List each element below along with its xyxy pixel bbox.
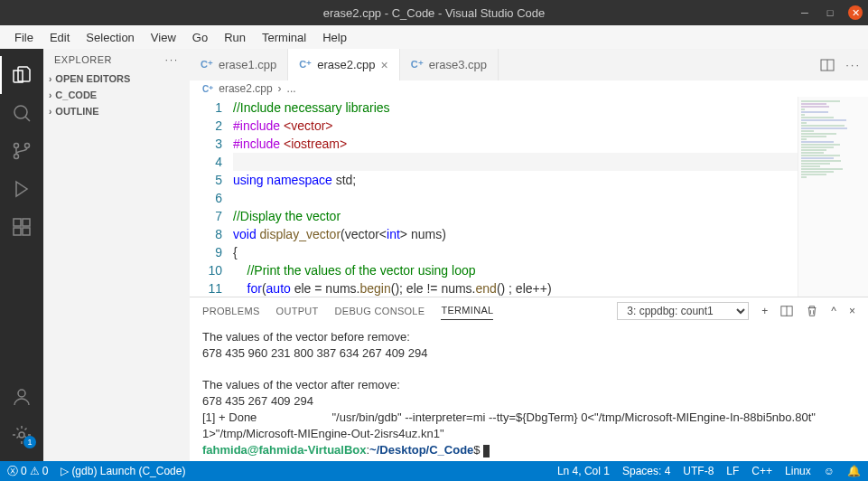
panel-tabbar: PROBLEMS OUTPUT DEBUG CONSOLE TERMINAL 3… <box>190 297 868 320</box>
terminal-prompt-path: ~/Desktop/C_Code <box>369 443 473 457</box>
panel-tab-problems[interactable]: PROBLEMS <box>202 302 260 320</box>
menu-view[interactable]: View <box>144 28 183 47</box>
split-terminal-icon[interactable] <box>780 305 793 317</box>
activity-bar: 1 <box>0 49 43 461</box>
new-terminal-icon[interactable]: + <box>761 305 768 317</box>
files-icon <box>11 64 33 86</box>
activity-accounts[interactable] <box>0 378 43 416</box>
extensions-icon <box>11 216 33 238</box>
sidebar-outline[interactable]: ›OUTLINE <box>43 103 190 119</box>
svg-rect-4 <box>14 219 21 226</box>
svg-point-8 <box>18 390 25 397</box>
terminal-output[interactable]: The values of the vector before remove: … <box>190 320 868 461</box>
activity-run-debug[interactable] <box>0 170 43 208</box>
more-icon[interactable]: ··· <box>165 54 179 65</box>
menu-run[interactable]: Run <box>217 28 253 47</box>
menu-selection[interactable]: Selection <box>79 28 141 47</box>
terminal-select[interactable]: 3: cppdbg: count1 <box>617 302 749 320</box>
panel-tab-output[interactable]: OUTPUT <box>276 302 319 320</box>
cpp-icon: C⁺ <box>411 59 424 71</box>
close-tab-icon[interactable]: × <box>381 58 388 72</box>
svg-point-9 <box>19 432 24 438</box>
activity-settings[interactable]: 1 <box>0 416 43 454</box>
activity-explorer[interactable] <box>0 56 43 94</box>
svg-point-0 <box>14 106 27 118</box>
svg-rect-7 <box>23 228 30 235</box>
bottom-panel: PROBLEMS OUTPUT DEBUG CONSOLE TERMINAL 3… <box>190 297 868 461</box>
status-errors[interactable]: ⓧ 0 ⚠ 0 <box>7 464 48 479</box>
kill-terminal-icon[interactable] <box>806 305 818 317</box>
minimize-icon[interactable]: ─ <box>798 5 812 20</box>
editor-area: C⁺erase1.cpp C⁺erase2.cpp× C⁺erase3.cpp … <box>190 49 868 461</box>
status-encoding[interactable]: UTF-8 <box>683 465 714 477</box>
chevron-right-icon: › <box>49 74 51 84</box>
search-icon <box>11 102 33 124</box>
activity-extensions[interactable] <box>0 208 43 246</box>
sidebar-open-editors[interactable]: ›OPEN EDITORS <box>43 71 190 87</box>
menu-file[interactable]: File <box>7 28 41 47</box>
settings-badge: 1 <box>23 436 36 448</box>
menu-edit[interactable]: Edit <box>42 28 77 47</box>
status-eol[interactable]: LF <box>726 465 739 477</box>
code-content[interactable]: //Include necessary libraries#include <v… <box>233 97 868 297</box>
activity-search[interactable] <box>0 94 43 132</box>
maximize-icon[interactable]: □ <box>823 5 837 20</box>
minimap[interactable] <box>798 97 868 297</box>
account-icon <box>11 386 33 408</box>
chevron-right-icon: › <box>49 107 51 117</box>
cpp-icon: C⁺ <box>202 84 213 94</box>
code-editor[interactable]: 1234567891011 //Include necessary librar… <box>190 97 868 297</box>
status-lang[interactable]: C++ <box>751 465 772 477</box>
svg-point-1 <box>14 144 19 148</box>
tab-erase1[interactable]: C⁺erase1.cpp <box>190 49 288 80</box>
tab-erase3[interactable]: C⁺erase3.cpp <box>400 49 499 80</box>
status-os[interactable]: Linux <box>785 465 811 477</box>
svg-rect-5 <box>23 219 30 226</box>
maximize-panel-icon[interactable]: ^ <box>831 305 836 317</box>
breadcrumb[interactable]: C⁺ erase2.cpp › ... <box>190 80 868 97</box>
tabbar: C⁺erase1.cpp C⁺erase2.cpp× C⁺erase3.cpp … <box>190 49 868 80</box>
menu-go[interactable]: Go <box>185 28 215 47</box>
activity-source-control[interactable] <box>0 132 43 170</box>
more-actions-icon[interactable]: ··· <box>845 58 861 71</box>
svg-point-2 <box>14 155 19 159</box>
status-launch[interactable]: ▷ (gdb) Launch (C_Code) <box>61 465 185 477</box>
menubar: File Edit Selection View Go Run Terminal… <box>0 25 868 49</box>
menu-help[interactable]: Help <box>315 28 354 47</box>
window-title: erase2.cpp - C_Code - Visual Studio Code <box>323 6 545 20</box>
close-icon[interactable]: ✕ <box>848 5 863 20</box>
menu-terminal[interactable]: Terminal <box>255 28 313 47</box>
svg-rect-6 <box>14 228 21 235</box>
status-spaces[interactable]: Spaces: 4 <box>622 465 670 477</box>
svg-point-3 <box>25 144 30 148</box>
line-gutter: 1234567891011 <box>190 97 233 297</box>
status-lncol[interactable]: Ln 4, Col 1 <box>557 465 610 477</box>
titlebar: erase2.cpp - C_Code - Visual Studio Code… <box>0 0 868 25</box>
panel-tab-debug-console[interactable]: DEBUG CONSOLE <box>335 302 425 320</box>
play-bug-icon <box>11 178 33 200</box>
chevron-right-icon: › <box>49 90 51 100</box>
chevron-right-icon: › <box>278 82 282 95</box>
tab-erase2[interactable]: C⁺erase2.cpp× <box>288 49 399 80</box>
sidebar-title: EXPLORER <box>54 54 112 65</box>
status-feedback-icon[interactable]: ☺ <box>824 465 835 477</box>
cpp-icon: C⁺ <box>201 59 213 71</box>
terminal-prompt-user: fahmida@fahmida-VirtualBox <box>202 443 366 457</box>
sidebar-folder[interactable]: ›C_CODE <box>43 87 190 103</box>
branch-icon <box>11 140 33 162</box>
statusbar: ⓧ 0 ⚠ 0 ▷ (gdb) Launch (C_Code) Ln 4, Co… <box>0 461 868 481</box>
close-panel-icon[interactable]: × <box>849 305 855 317</box>
sidebar: EXPLORER ··· ›OPEN EDITORS ›C_CODE ›OUTL… <box>43 49 190 461</box>
panel-tab-terminal[interactable]: TERMINAL <box>441 301 493 320</box>
status-bell-icon[interactable]: 🔔 <box>847 465 861 477</box>
terminal-cursor <box>483 445 490 457</box>
cpp-icon: C⁺ <box>299 59 312 71</box>
split-editor-icon[interactable] <box>820 58 835 72</box>
